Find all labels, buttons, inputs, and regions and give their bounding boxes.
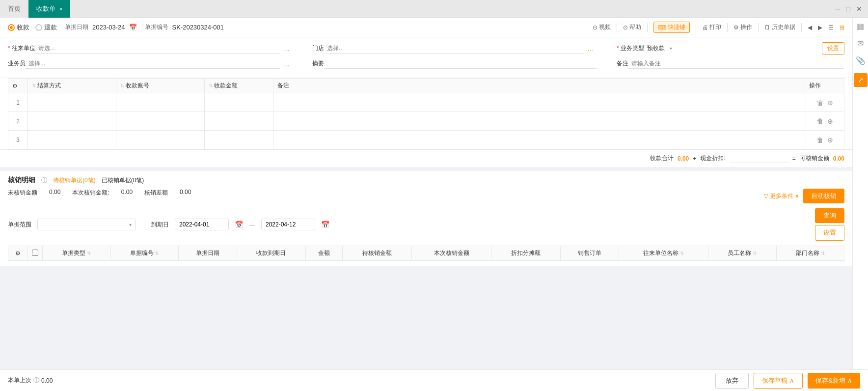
partner-more-btn[interactable]: … — [280, 45, 293, 53]
nav-next[interactable]: ▶ — [818, 24, 822, 31]
diff-label: 核销差额 — [144, 189, 168, 203]
detail-checkbox-header[interactable] — [28, 246, 43, 261]
done-tab[interactable]: 已核销单据(0笔) — [102, 176, 144, 185]
cal-to-icon[interactable]: 📅 — [321, 221, 329, 228]
settings-btn[interactable]: 设置 — [822, 42, 844, 55]
copy-icon-1[interactable]: ⊕ — [827, 99, 833, 107]
operation-btn[interactable]: ⚙ 操作 — [733, 23, 752, 31]
discard-button[interactable]: 放弃 — [715, 373, 749, 389]
select-all-checkbox[interactable] — [32, 250, 38, 256]
more-conditions-btn[interactable]: ▽ 更多条件 ∧ — [764, 192, 799, 200]
partner-input[interactable] — [35, 43, 280, 54]
date-from-input[interactable] — [175, 219, 229, 230]
col-partner[interactable]: 往来单位名称 — [619, 246, 708, 261]
copy-icon-2[interactable]: ⊕ — [827, 117, 833, 125]
col-staff[interactable]: 员工名称 — [708, 246, 776, 261]
col-type[interactable]: 单据类型 — [43, 246, 110, 261]
range-select-wrapper — [37, 219, 136, 230]
tab-current[interactable]: 收款单 × — [28, 0, 70, 18]
cell-amount-2[interactable] — [205, 112, 273, 131]
table-gear-header[interactable]: ⚙ — [8, 79, 28, 93]
maximize-icon[interactable]: □ — [846, 5, 850, 13]
minimize-icon[interactable]: ─ — [836, 5, 841, 13]
cell-amount-1[interactable] — [205, 93, 273, 112]
cell-settlement-3[interactable] — [28, 131, 116, 149]
cell-remark-1[interactable] — [273, 93, 805, 112]
delete-icon-3[interactable]: 🗑 — [816, 136, 823, 144]
biz-type-value: 预收款 — [644, 43, 668, 54]
shortcut-btn[interactable]: ⌨ 快捷键 — [653, 22, 690, 33]
wo-settings-btn[interactable]: 设置 — [815, 225, 844, 241]
col-num[interactable]: 单据编号 — [110, 246, 178, 261]
radio-refund[interactable]: 退款 — [35, 23, 57, 32]
settlement-input-2[interactable] — [28, 115, 116, 128]
attachment-icon[interactable]: 📎 — [856, 56, 866, 65]
account-input-1[interactable] — [116, 96, 204, 109]
biz-type-select[interactable]: 预收款 ▾ — [644, 43, 818, 54]
remark-input-2[interactable] — [273, 115, 805, 128]
table-view-icon[interactable]: ▦ — [857, 22, 864, 31]
discount-input[interactable] — [730, 154, 788, 163]
account-input-3[interactable] — [116, 134, 204, 146]
remark-input-1[interactable] — [273, 96, 805, 109]
range-select[interactable] — [37, 219, 136, 230]
col-remark: 备注 — [273, 79, 805, 93]
radio-receipt[interactable]: 收款 — [8, 23, 29, 32]
help-icon: ⊙ — [623, 24, 628, 31]
close-icon[interactable]: ✕ — [856, 5, 862, 13]
help-btn[interactable]: ⊙ 帮助 — [623, 23, 641, 31]
date-to-input[interactable] — [261, 219, 315, 230]
toolbar-right: ⊙ 视频 ⊙ 帮助 ⌨ 快捷键 🖨 打印 ⚙ 操作 — [593, 22, 844, 33]
radio-receipt-label: 收款 — [17, 23, 29, 32]
cell-settlement-2[interactable] — [28, 112, 116, 131]
calendar-icon[interactable]: 📅 — [129, 24, 137, 31]
delete-icon-2[interactable]: 🗑 — [816, 117, 823, 125]
save-new-button[interactable]: 保存&新增 ∧ — [808, 373, 860, 389]
amount-input-1[interactable] — [205, 96, 273, 109]
query-btn[interactable]: 查询 — [815, 208, 844, 223]
settlement-input-1[interactable] — [28, 96, 116, 109]
store-input[interactable] — [324, 43, 584, 54]
staff-input[interactable] — [26, 58, 280, 69]
auto-writeoff-btn[interactable]: 自动核销 — [803, 189, 844, 203]
staff-more-btn[interactable]: … — [280, 60, 293, 68]
copy-icon-3[interactable]: ⊕ — [827, 136, 833, 144]
expand-icon[interactable]: ⤢ — [854, 73, 868, 87]
account-input-2[interactable] — [116, 115, 204, 128]
amount-input-2[interactable] — [205, 115, 273, 128]
delete-icon-1[interactable]: 🗑 — [816, 99, 823, 107]
cell-remark-2[interactable] — [273, 112, 805, 131]
settlement-input-3[interactable] — [28, 134, 116, 146]
writeoff-info-icon[interactable]: ⓘ — [41, 176, 47, 185]
cell-remark-3[interactable] — [273, 131, 805, 149]
summary-input[interactable] — [324, 58, 597, 69]
tab-home[interactable]: 首页 — [0, 0, 28, 18]
history-btn[interactable]: 🗒 历史单据 — [764, 23, 795, 31]
doc-type-group: 收款 退款 — [8, 23, 57, 32]
nav-prev[interactable]: ◀ — [808, 24, 812, 31]
mail-icon[interactable]: ✉ — [857, 39, 864, 48]
video-btn[interactable]: ⊙ 视频 — [593, 23, 611, 31]
cell-account-2[interactable] — [116, 112, 205, 131]
save-draft-button[interactable]: 保存草稿 ∧ — [754, 373, 803, 389]
col-dept[interactable]: 部门名称 — [776, 246, 844, 261]
remark-input[interactable] — [628, 58, 844, 69]
view-toggle2[interactable]: ⊞ — [840, 24, 844, 31]
cal-from-icon[interactable]: 📅 — [235, 221, 243, 228]
view-toggle[interactable]: ☰ — [828, 24, 834, 31]
cell-settlement-1[interactable] — [28, 93, 116, 112]
pending-tab[interactable]: 待核销单据(0笔) — [53, 176, 96, 185]
print-btn[interactable]: 🖨 打印 — [702, 23, 721, 31]
remark-input-3[interactable] — [273, 134, 805, 146]
cell-account-3[interactable] — [116, 131, 205, 149]
col-due-date: 收款到期日 — [237, 246, 306, 261]
cell-amount-3[interactable] — [205, 131, 273, 149]
amount-input-3[interactable] — [205, 134, 273, 146]
cell-account-1[interactable] — [116, 93, 205, 112]
detail-gear-header[interactable]: ⚙ — [8, 246, 28, 261]
tab-close-icon[interactable]: × — [59, 6, 62, 12]
store-more-btn[interactable]: … — [584, 45, 597, 53]
sum-value: 0.00 — [678, 155, 689, 162]
equals-sign: = — [792, 155, 796, 162]
bottom-info-icon[interactable]: ⓘ — [33, 376, 39, 385]
